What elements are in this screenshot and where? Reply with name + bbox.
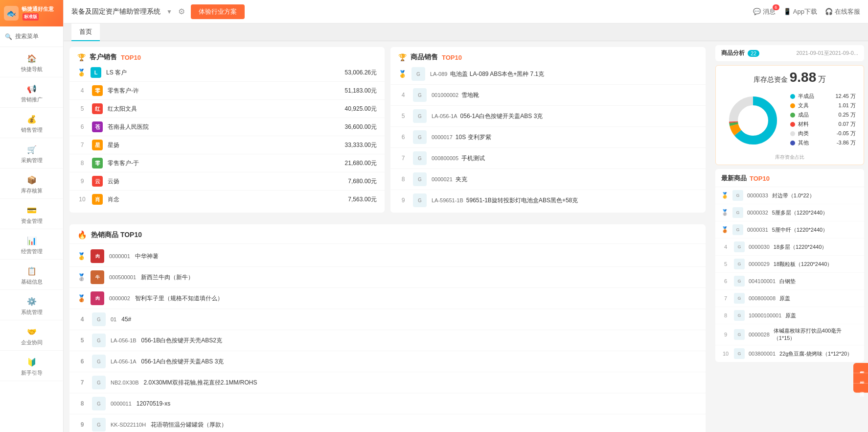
info-icon: 📋 xyxy=(26,265,37,276)
product-sales-item-7: 9 G LA-59651-1B 59651-1B旋转投影灯电池盒ABS黑色+58… xyxy=(390,190,706,211)
customer-name-4: 苍南县人民医院 xyxy=(108,123,340,131)
inventory-total-card: 库存总资金 9.88 万 xyxy=(715,65,864,165)
new-rank-10: 10 xyxy=(721,351,730,357)
customer-avatar-8: 肖 xyxy=(92,194,103,205)
app-download-item[interactable]: 📱 App下载 xyxy=(783,7,817,16)
inventory-total-display: 库存总资金 9.88 万 xyxy=(716,66,864,87)
online-service-item[interactable]: 🎧 在线客服 xyxy=(825,7,860,16)
collab-icon: 🤝 xyxy=(26,326,37,337)
ranking-item-1: 🥇 L LS 客户 53,006.26元 xyxy=(69,64,385,82)
new-thumb-8: G xyxy=(734,310,745,321)
nav-item-经营管理[interactable]: 📊 经营管理 xyxy=(0,229,63,260)
hot-name-2: 新西兰牛肉（新牛） xyxy=(141,273,194,282)
customer-amount-4: 36,600.00元 xyxy=(345,123,377,131)
new-product-6: 6 G 004100001 白钢垫 xyxy=(715,273,864,290)
product-sales-top10-label: TOP10 xyxy=(442,54,462,61)
community-button[interactable]: 服务社区 xyxy=(853,373,868,384)
product-sales-item-4: 6 G 0000017 10S 变利罗紫 xyxy=(390,127,706,148)
hot-thumb-7: G xyxy=(92,376,106,389)
legend-dot-5 xyxy=(790,131,795,136)
nav-item-新手引导[interactable]: 🔰 新手引导 xyxy=(0,351,63,381)
home-icon: 🏠 xyxy=(26,53,37,64)
hotline-button[interactable]: 客服热线 xyxy=(853,363,868,373)
rank-num-6: 8 xyxy=(77,160,87,167)
hot-rank-5: 5 xyxy=(77,337,87,344)
new-thumb-9: G xyxy=(734,329,745,340)
customer-amount-2: 51,183.00元 xyxy=(345,87,377,95)
legend-name-5: 肉类 xyxy=(798,130,809,137)
live-button[interactable]: 直播 xyxy=(853,384,868,393)
new-product-10: 10 G 003800001 22g鱼豆腐-烧烤味（1*12*20） xyxy=(715,345,864,362)
product-sales-top10-card: 🏆 商品销售 TOP10 🥇 G LA-089 电池盖 LA-089 ABS本色… xyxy=(390,47,706,213)
gear-icon[interactable]: ⚙ xyxy=(178,7,185,16)
search-menu-area[interactable]: 🔍 搜索菜单 xyxy=(0,26,63,47)
nav-item-快捷导航[interactable]: 🏠 快捷导航 xyxy=(0,47,63,77)
nav-item-系统管理[interactable]: ⚙️ 系统管理 xyxy=(0,290,63,320)
inventory-chart-container: 半成品 12.45 万 文具 1.01 万 xyxy=(716,87,864,154)
nav-item-基础信息[interactable]: 📋 基础信息 xyxy=(0,260,63,290)
nav-item-企业协同[interactable]: 🤝 企业协同 xyxy=(0,320,63,351)
customer-amount-3: 40,925.00元 xyxy=(345,105,377,113)
tab-home[interactable]: 首页 xyxy=(71,24,100,41)
hot-item-7: 7 G NB2.0X30B 2.0X30MM双排花轴,推花直径2.1MM/ROH… xyxy=(69,372,706,393)
customer-amount-5: 33,333.00元 xyxy=(345,141,377,149)
customer-avatar-6: 零 xyxy=(92,158,103,168)
ps-rank-7: 7 xyxy=(398,155,408,162)
search-menu-button[interactable]: 🔍 搜索菜单 xyxy=(5,30,58,43)
customer-avatar-5: 星 xyxy=(92,140,103,150)
product-sales-list: 🥇 G LA-089 电池盖 LA-089 ABS本色+黑种 7.1克 4 G xyxy=(390,62,706,213)
customer-avatar-1: L xyxy=(91,67,101,78)
inventory-analysis-label: 商品分析 xyxy=(721,49,745,57)
new-code-4: 0000030 xyxy=(749,244,770,250)
logo-icon: 🐟 xyxy=(4,6,19,21)
hot-code-5: LA-056-1B xyxy=(111,337,137,343)
legend-name-2: 文具 xyxy=(798,102,809,109)
new-product-7: 7 G 000800008 原盖 xyxy=(715,290,864,307)
product-thumb-6: G xyxy=(413,172,427,186)
sidebar: 🐟 畅捷通好生意 标准版 🔍 搜索菜单 🏠 快捷导航 📢 营销推广 💰 销售管理… xyxy=(0,0,64,432)
nav-item-营销推广[interactable]: 📢 营销推广 xyxy=(0,77,63,108)
hot-code-7: NB2.0X30B xyxy=(111,380,138,385)
new-code-1: 0000033 xyxy=(747,192,768,198)
rank-num-2: 4 xyxy=(77,87,87,94)
nav-label: 库存核算 xyxy=(21,187,43,194)
customer-amount-7: 7,680.00元 xyxy=(348,177,377,186)
new-rank-9: 9 xyxy=(721,332,730,337)
hot-code-4: 01 xyxy=(111,316,116,322)
new-thumb-10: G xyxy=(734,348,745,359)
nav-label: 资金管理 xyxy=(21,217,43,225)
product-name-3: 056-1A白色按键开关盖ABS 3克 xyxy=(460,112,543,120)
gold-badge-icon-p1: 🥇 xyxy=(398,70,407,78)
ps-rank-6: 6 xyxy=(398,134,408,141)
inventory-total-label: 库存总资金 xyxy=(754,75,788,83)
trial-button[interactable]: 体验行业方案 xyxy=(191,4,245,19)
dropdown-arrow-icon[interactable]: ▼ xyxy=(166,8,172,15)
inventory-icon: 📦 xyxy=(26,174,37,185)
legend-value-4: 0.07 万 xyxy=(839,120,856,128)
system-title: 装备及固定资产辅助管理系统 xyxy=(71,7,160,16)
customer-name-7: 云扬 xyxy=(108,177,343,186)
hot-name-3: 智利车子里（规格不知道填什么） xyxy=(135,294,223,303)
nav-item-销售管理[interactable]: 💰 销售管理 xyxy=(0,108,63,138)
product-code-2: 001000002 xyxy=(432,92,458,98)
topbar-right: 💬 消息 6 📱 App下载 🎧 在线客服 xyxy=(753,7,860,16)
nav-item-资金管理[interactable]: 💳 资金管理 xyxy=(0,199,63,229)
hot-item-4: 4 G 01 45# xyxy=(69,309,706,330)
message-item[interactable]: 💬 消息 6 xyxy=(753,7,776,16)
hot-thumb-6: G xyxy=(92,355,106,368)
left-panel: 🏆 客户销售 TOP10 🥇 L LS 客户 53,006.26元 4 xyxy=(64,41,711,432)
fire-icon: 🔥 xyxy=(77,230,87,240)
nav-item-库存核算[interactable]: 📦 库存核算 xyxy=(0,168,63,199)
hot-name-7: 2.0X30MM双排花轴,推花直径2.1MM/ROHS xyxy=(143,379,257,387)
product-code-1: LA-089 xyxy=(430,71,447,77)
hot-thumb-4: G xyxy=(92,312,106,326)
legend-name-6: 其他 xyxy=(798,139,809,146)
product-name-4: 10S 变利罗紫 xyxy=(456,133,491,142)
nav-item-采购管理[interactable]: 🛒 采购管理 xyxy=(0,138,63,168)
hot-name-1: 中华神薯 xyxy=(135,252,159,261)
product-sales-item-3: 5 G LA-056-1A 056-1A白色按键开关盖ABS 3克 xyxy=(390,106,706,127)
rank-num-8: 10 xyxy=(77,196,87,203)
finance-icon: 💳 xyxy=(26,205,37,216)
new-products-header: 最新商品 TOP10 xyxy=(715,169,864,187)
donut-svg xyxy=(724,91,782,150)
